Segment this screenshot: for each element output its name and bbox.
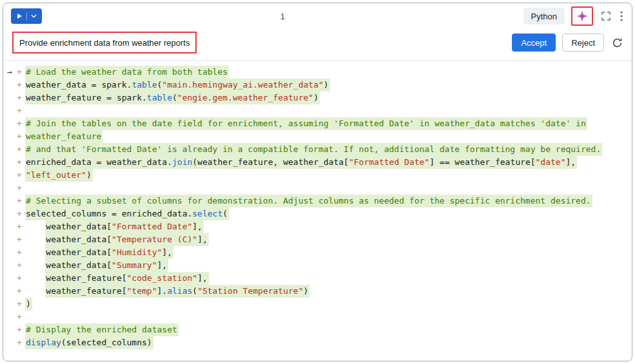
code-line-gutter: →+ (7, 66, 25, 79)
diff-added-marker: + (17, 298, 25, 311)
cursor-arrow-indicator (7, 233, 17, 246)
toolbar-right-group: Python (523, 6, 624, 26)
diff-added-highlight: weather_data = spark.table("main.hemingw… (25, 79, 330, 91)
diff-added-marker: + (17, 323, 25, 336)
code-lines: →+# Load the weather data from both tabl… (7, 66, 628, 349)
cursor-arrow-indicator (7, 259, 17, 272)
code-line-gutter: + (7, 195, 25, 207)
diff-added-highlight: weather_feature = spark.table("engie.gem… (25, 91, 320, 104)
code-line-gutter: + (7, 246, 25, 259)
run-button-divider (26, 12, 27, 21)
cursor-arrow-indicator (7, 104, 17, 117)
run-cell-button[interactable] (11, 8, 42, 24)
code-line-gutter: + (7, 207, 25, 220)
language-selector[interactable]: Python (523, 8, 565, 24)
play-icon (16, 13, 23, 19)
cursor-arrow-indicator (7, 272, 17, 285)
code-line: + weather_feature["code_station"], (7, 272, 628, 285)
cursor-arrow-indicator (7, 156, 17, 169)
code-line-text: weather_data["Humidity"], (25, 246, 173, 259)
page: 1 Python (0, 0, 635, 364)
diff-added-marker: + (17, 117, 25, 130)
code-line-text: # Load the weather data from both tables (25, 66, 229, 79)
code-line: + (7, 182, 628, 195)
diff-added-marker: + (17, 79, 25, 91)
code-line-gutter: + (7, 130, 25, 143)
code-line-gutter: + (7, 117, 25, 130)
kebab-menu-icon[interactable] (619, 10, 624, 23)
code-line: +"left_outer") (7, 169, 628, 182)
expand-cell-icon[interactable] (600, 10, 612, 23)
code-line-text: # Display the enriched dataset (25, 323, 179, 336)
code-line-text: weather_data["Temperature (C)"], (25, 233, 209, 246)
diff-added-marker: + (17, 259, 25, 272)
diff-added-highlight: # Selecting a subset of columns for demo… (25, 195, 592, 207)
cursor-arrow-indicator: → (7, 66, 17, 79)
regenerate-icon[interactable] (611, 36, 624, 50)
code-line-gutter: + (7, 220, 25, 233)
diff-added-marker: + (17, 66, 25, 79)
diff-added-highlight: weather_feature (25, 130, 103, 143)
code-line: +weather_feature = spark.table("engie.ge… (7, 91, 628, 104)
assistant-prompt-input[interactable]: Provide enrichment data from weather rep… (19, 38, 190, 48)
code-line-text: weather_data = spark.table("main.hemingw… (25, 79, 330, 91)
diff-added-marker: + (17, 130, 25, 143)
code-line-text: weather_feature (25, 130, 103, 143)
code-line: + (7, 104, 628, 117)
cell-toolbar: 1 Python (3, 3, 632, 29)
code-line-gutter: + (7, 285, 25, 298)
diff-added-marker: + (17, 220, 25, 233)
diff-added-highlight: display(selected_columns) (25, 336, 153, 349)
code-line: +) (7, 298, 628, 311)
diff-added-marker: + (17, 169, 25, 182)
code-line: + weather_data["Humidity"], (7, 246, 628, 259)
code-line-text: enriched_data = weather_data.join(weathe… (25, 156, 577, 169)
diff-added-highlight: weather_feature["temp"].alias("Station T… (45, 285, 309, 298)
code-line-gutter: + (7, 156, 25, 169)
cursor-arrow-indicator (7, 298, 17, 311)
diff-added-marker: + (17, 156, 25, 169)
diff-added-marker: + (17, 285, 25, 298)
code-line-gutter: + (7, 182, 25, 195)
diff-added-marker: + (17, 246, 25, 259)
code-line: + weather_data["Temperature (C)"], (7, 233, 628, 246)
diff-added-marker: + (17, 336, 25, 349)
chevron-down-icon[interactable] (31, 14, 37, 18)
notebook-cell: 1 Python (3, 3, 632, 361)
code-line: +weather_data = spark.table("main.heming… (7, 79, 628, 91)
code-line: +# Selecting a subset of columns for dem… (7, 195, 628, 207)
cursor-arrow-indicator (7, 220, 17, 233)
code-line-gutter: + (7, 143, 25, 156)
cursor-arrow-indicator (7, 79, 17, 91)
cursor-arrow-indicator (7, 285, 17, 298)
diff-added-highlight: # Join the tables on the date field for … (25, 117, 587, 130)
reject-button[interactable]: Reject (562, 34, 604, 52)
cursor-arrow-indicator (7, 195, 17, 207)
code-line: +weather_feature (7, 130, 628, 143)
annotation-box-assistant-icon (571, 6, 593, 26)
cursor-arrow-indicator (7, 323, 17, 336)
diff-added-highlight: weather_data["Humidity"], (45, 246, 173, 259)
assistant-sparkle-icon[interactable] (576, 10, 589, 23)
code-line: + weather_feature["temp"].alias("Station… (7, 285, 628, 298)
diff-added-marker: + (17, 182, 25, 195)
cell-number: 1 (42, 12, 523, 21)
code-line-gutter: + (7, 91, 25, 104)
code-line: + weather_data["Formatted Date"], (7, 220, 628, 233)
code-line: +# Join the tables on the date field for… (7, 117, 628, 130)
accept-button[interactable]: Accept (512, 34, 556, 52)
code-editor[interactable]: →+# Load the weather data from both tabl… (3, 61, 632, 359)
diff-added-marker: + (17, 195, 25, 207)
code-line-text: weather_feature["code_station"], (25, 272, 209, 285)
diff-added-marker: + (17, 207, 25, 220)
code-line: + weather_data["Summary"], (7, 259, 628, 272)
code-line-text: # and that 'Formatted Date' is already i… (25, 143, 602, 156)
code-line: +selected_columns = enriched_data.select… (7, 207, 628, 220)
code-line-text: "left_outer") (25, 169, 93, 182)
cursor-arrow-indicator (7, 130, 17, 143)
cursor-arrow-indicator (7, 143, 17, 156)
code-line: + (7, 311, 628, 323)
diff-added-highlight: # and that 'Formatted Date' is already i… (25, 143, 602, 156)
diff-added-marker: + (17, 272, 25, 285)
cursor-arrow-indicator (7, 169, 17, 182)
